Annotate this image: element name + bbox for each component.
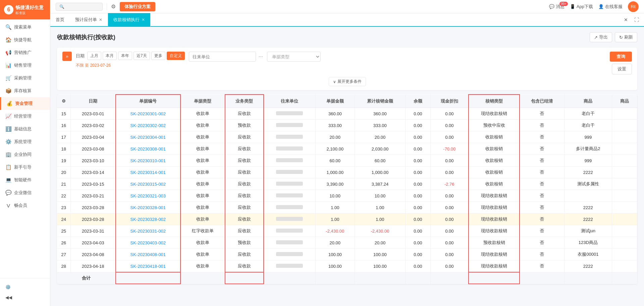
th-include-settled[interactable]: 包含已结清 — [520, 95, 564, 108]
th-cancel-type[interactable]: 核销类型 — [469, 95, 520, 108]
message-button[interactable]: 💬 消息 99+ — [549, 4, 565, 10]
doc-no-link[interactable]: SK-20230403-002 — [130, 240, 166, 245]
sidebar-item-search[interactable]: 🔍搜索菜单 — [0, 21, 50, 34]
tab-collect-close[interactable]: ✕ — [142, 17, 145, 22]
table-row: 22 2023-03-21 SK-20230321-003 收款单 应收款 10… — [57, 190, 637, 202]
tab-maximize[interactable]: ⛶ — [632, 15, 641, 24]
cell-date: 2023-03-02 — [70, 120, 116, 131]
filter-date-last-month[interactable]: 上月 — [87, 52, 101, 60]
online-service-button[interactable]: 👤 在线客服 — [598, 4, 623, 10]
filter-counterparty-input[interactable] — [189, 52, 256, 62]
footer-label: 合计 — [57, 272, 116, 284]
sidebar-item-marketing[interactable]: 📢营销推广 — [0, 46, 50, 59]
filter-date-this-year[interactable]: 本年 — [118, 52, 132, 60]
topbar-search[interactable]: 🔍 — [56, 3, 103, 11]
sidebar-item-basic[interactable]: ℹ️基础信息 — [0, 123, 50, 135]
cell-date: 2023-03-14 — [70, 167, 116, 178]
th-cash-discount[interactable]: 现金折扣 — [430, 95, 469, 108]
cell-counterparty — [264, 167, 316, 178]
tab-collect[interactable]: 收款核销执行 ✕ — [108, 13, 151, 26]
expand-btn[interactable]: ∨ 展开更多条件 — [329, 77, 366, 86]
sidebar-item-guide[interactable]: 📋新手引导 — [0, 161, 50, 174]
filter-more-dots[interactable]: ··· — [259, 54, 263, 60]
sidebar-bottom-collapse[interactable]: ◀◀ — [0, 292, 50, 303]
cell-include-settled: 否 — [520, 237, 564, 249]
tab-prepay-close[interactable]: ✕ — [99, 17, 102, 22]
tab-close-all[interactable]: ✕ — [621, 15, 631, 24]
th-biz-type[interactable]: 业务类型 — [225, 95, 263, 108]
doc-no-link[interactable]: SK-20230302-002 — [130, 123, 166, 128]
cell-date: 2023-03-01 — [70, 108, 116, 120]
sidebar-item-system[interactable]: ⚙️系统管理 — [0, 135, 50, 148]
query-button[interactable]: 查询 — [610, 52, 632, 62]
doc-no-link[interactable]: SK-20230328-001 — [130, 205, 166, 210]
cell-date: 2023-03-08 — [70, 143, 116, 155]
filter-date-more[interactable]: 更多 — [151, 52, 165, 60]
cell-doc-no: SK-20230408-001 — [116, 249, 180, 260]
doc-no-link[interactable]: SK-20230301-002 — [130, 111, 166, 116]
marketing-icon: 📢 — [5, 50, 11, 56]
th-goods2[interactable]: 商品 — [612, 95, 637, 108]
doc-no-link[interactable]: SK-20230328-002 — [130, 217, 166, 222]
cell-goods: 999 — [564, 131, 612, 143]
data-table-container: ⚙ 日期 单据编号 单据类型 业务类型 往来单位 单据金额 累计核销金额 余额 … — [57, 94, 637, 284]
doc-no-link[interactable]: SK-20230408-001 — [130, 252, 166, 257]
cell-no: 20 — [57, 167, 70, 178]
refresh-button[interactable]: ↻ 刷新 — [615, 32, 637, 42]
filter-doctype-select[interactable]: 单据类型 — [267, 52, 321, 62]
th-counterparty[interactable]: 往来单位 — [264, 95, 316, 108]
sidebar-item-purchase[interactable]: 🛒采购管理 — [0, 72, 50, 84]
settings-button[interactable]: 设置 — [612, 64, 632, 74]
topbar-gear-icon[interactable]: ⚙ — [111, 3, 116, 10]
doc-no-link[interactable]: SK-20230308-001 — [130, 146, 166, 151]
th-amount[interactable]: 单据金额 — [315, 95, 355, 108]
doc-no-link[interactable]: SK-20230331-002 — [130, 229, 166, 234]
doc-no-link[interactable]: SK-20230418-001 — [130, 264, 166, 269]
th-balance[interactable]: 余额 — [405, 95, 430, 108]
cell-cancel-type: 现结收款核销 — [469, 190, 520, 202]
sidebar-item-quicknav[interactable]: 🏠快捷导航 — [0, 34, 50, 46]
sidebar-item-finance[interactable]: 💰资金管理 — [0, 97, 50, 110]
cell-cash-discount: 0.00 — [430, 120, 469, 131]
cell-balance: 0.00 — [405, 178, 430, 190]
cell-balance: 0.00 — [405, 167, 430, 178]
th-cancel-amount[interactable]: 累计核销金额 — [355, 95, 405, 108]
sidebar-item-operations[interactable]: 📈经营管理 — [0, 110, 50, 123]
tab-prepay[interactable]: 预计应付单 ✕ — [70, 13, 108, 26]
footer-goods — [564, 272, 612, 284]
cell-cancel-amount: 100.00 — [355, 249, 405, 260]
th-doc-no[interactable]: 单据编号 — [116, 95, 180, 108]
doc-no-link[interactable]: SK-20230315-002 — [130, 182, 166, 187]
th-settings[interactable]: ⚙ — [57, 95, 70, 108]
filter-date-this-month[interactable]: 本月 — [103, 52, 117, 60]
cell-date: 2023-03-10 — [70, 155, 116, 167]
th-goods[interactable]: 商品 — [564, 95, 612, 108]
sidebar-item-member[interactable]: V畅会员 — [0, 199, 50, 212]
sidebar-bottom-settings[interactable]: ⚙️ — [0, 282, 50, 292]
inventory-icon: 📦 — [5, 88, 11, 94]
cell-goods2 — [612, 249, 637, 260]
solution-button[interactable]: 体验行业方案 — [120, 2, 155, 11]
doc-no-link[interactable]: SK-20230304-001 — [130, 135, 166, 140]
th-date[interactable]: 日期 — [70, 95, 116, 108]
cell-doc-no: SK-20230304-001 — [116, 131, 180, 143]
cell-biz-type: 应收款 — [225, 213, 263, 225]
sidebar-item-wechat[interactable]: 💬企业微信 — [0, 186, 50, 199]
filter-date-7days[interactable]: 近7天 — [133, 52, 150, 60]
tab-right-actions: ✕ ⛶ — [621, 15, 644, 24]
export-button[interactable]: ↗ 导出 — [590, 32, 612, 42]
app-download-button[interactable]: 📱 App下载 — [570, 4, 593, 10]
filter-expand-arrow[interactable]: » — [62, 52, 72, 61]
sidebar-item-sales[interactable]: 📊销售管理 — [0, 59, 50, 72]
user-avatar[interactable]: Rit — [628, 1, 639, 12]
table-settings-icon[interactable]: ⚙ — [62, 99, 66, 104]
th-doc-type[interactable]: 单据类型 — [180, 95, 225, 108]
doc-no-link[interactable]: SK-20230310-001 — [130, 158, 166, 163]
sidebar-item-enterprise[interactable]: 🏢企业协同 — [0, 148, 50, 161]
sidebar-item-inventory[interactable]: 📦库存核算 — [0, 84, 50, 97]
doc-no-link[interactable]: SK-20230314-001 — [130, 170, 166, 175]
filter-date-custom[interactable]: 自定义 — [167, 52, 185, 60]
tab-home[interactable]: 首页 — [50, 13, 70, 26]
sidebar-item-hardware[interactable]: 💻智能硬件 — [0, 174, 50, 186]
doc-no-link[interactable]: SK-20230321-003 — [130, 193, 166, 198]
